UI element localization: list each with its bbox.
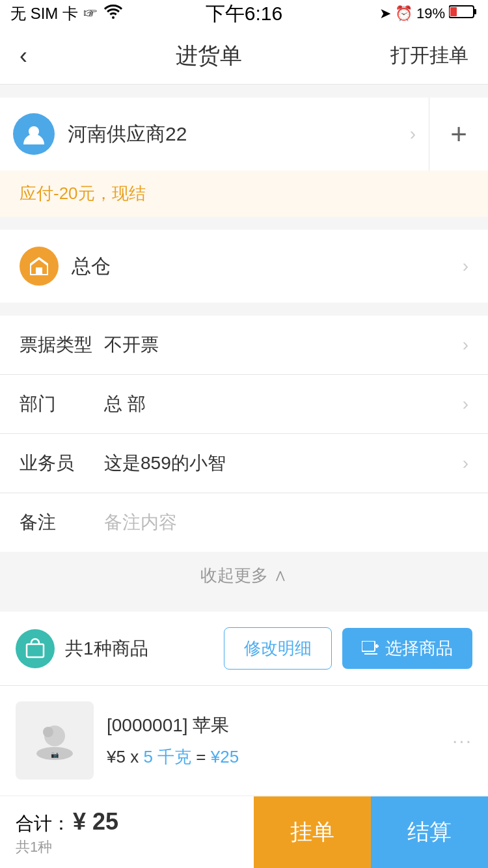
svg-rect-2 [450, 7, 457, 16]
invoice-chevron-icon: › [463, 334, 468, 355]
svg-rect-1 [474, 9, 476, 14]
product-icon [16, 629, 55, 668]
collapse-text: 收起更多 ∧ [200, 564, 287, 587]
dept-label: 部门 [20, 392, 104, 416]
status-right: ➤ ⏰ 19% [379, 5, 478, 23]
warehouse-icon [20, 247, 59, 286]
product-thumbnail: 📷 [16, 701, 94, 780]
status-bar: 无 SIM 卡 ☞ 下午6:16 ➤ ⏰ 19% [0, 0, 488, 27]
remark-label: 备注 [20, 510, 104, 535]
sim-status: 无 SIM 卡 ☞ [10, 3, 98, 24]
supplier-avatar [13, 113, 55, 155]
bottom-bar: 合计： ¥ 25 共1种 挂单 结算 [0, 796, 488, 868]
invoice-type-label: 票据类型 [20, 332, 104, 357]
alarm-icon: ⏰ [395, 5, 413, 22]
battery-text: 19% [416, 5, 445, 22]
product-header: 共1种商品 修改明细 选择商品 [0, 612, 488, 685]
sales-label: 业务员 [20, 451, 104, 476]
open-hang-button[interactable]: 打开挂单 [390, 42, 468, 69]
svg-rect-6 [362, 641, 375, 651]
svg-rect-5 [27, 644, 44, 657]
notice-bar: 应付-20元，现结 [0, 170, 488, 217]
status-time: 下午6:16 [206, 1, 282, 27]
total-count: 共1种 [16, 837, 238, 857]
select-product-label: 选择商品 [385, 637, 453, 660]
nav-bar: ‹ 进货单 打开挂单 [0, 27, 488, 85]
battery-icon [449, 5, 478, 23]
select-product-button[interactable]: 选择商品 [342, 628, 472, 669]
dept-value: 总 部 [104, 392, 456, 416]
edit-detail-button[interactable]: 修改明细 [224, 627, 332, 670]
wifi-icon [103, 5, 123, 23]
remark-input[interactable]: 备注内容 [104, 510, 468, 535]
product-price: ¥5 x 5 千克 = ¥25 [107, 746, 439, 768]
sales-row[interactable]: 业务员 这是859的小智 › [0, 434, 488, 493]
remark-row[interactable]: 备注 备注内容 [0, 493, 488, 552]
back-button[interactable]: ‹ [20, 42, 27, 70]
product-name: [0000001] 苹果 [107, 713, 439, 738]
add-supplier-button[interactable]: + [429, 98, 488, 170]
product-info: [0000001] 苹果 ¥5 x 5 千克 = ¥25 [107, 713, 439, 768]
warehouse-row[interactable]: 总仓 › [0, 230, 488, 303]
dept-row[interactable]: 部门 总 部 › [0, 375, 488, 433]
supplier-name: 河南供应商22 [68, 121, 403, 148]
supplier-section: 河南供应商22 › + [0, 98, 488, 170]
hang-button[interactable]: 挂单 [254, 796, 371, 868]
product-count: 共1种商品 [65, 636, 213, 661]
page-title: 进货单 [176, 41, 242, 71]
status-left: 无 SIM 卡 ☞ [10, 3, 123, 24]
warehouse-name: 总仓 [72, 253, 456, 280]
location-icon: ➤ [379, 5, 391, 22]
svg-rect-4 [36, 267, 42, 275]
svg-point-8 [43, 727, 53, 737]
warehouse-chevron-icon: › [463, 256, 468, 277]
chevron-icon: › [410, 124, 416, 144]
supplier-selector[interactable]: 河南供应商22 › [0, 98, 429, 170]
invoice-type-row[interactable]: 票据类型 不开票 › [0, 316, 488, 374]
invoice-type-value: 不开票 [104, 332, 456, 357]
dept-chevron-icon: › [463, 394, 468, 414]
svg-text:📷: 📷 [51, 750, 59, 759]
total-amount: ¥ 25 [73, 808, 118, 835]
checkout-button[interactable]: 结算 [371, 796, 488, 868]
collapse-button[interactable]: 收起更多 ∧ [0, 552, 488, 599]
product-item: 📷 [0000001] 苹果 ¥5 x 5 千克 = ¥25 ··· [0, 686, 488, 795]
total-section: 合计： ¥ 25 共1种 [0, 808, 254, 857]
total-label: 合计： [16, 811, 70, 836]
sales-chevron-icon: › [463, 453, 468, 474]
product-more-button[interactable]: ··· [452, 729, 472, 752]
sales-value: 这是859的小智 [104, 451, 456, 476]
